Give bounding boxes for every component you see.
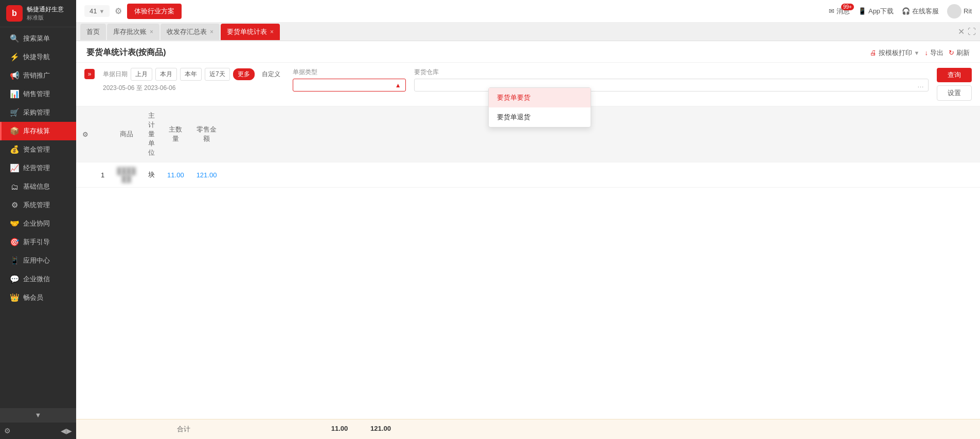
col-extra bbox=[223, 106, 980, 162]
type-caret-icon[interactable]: ▲ bbox=[395, 82, 401, 89]
more-date-btn[interactable]: 更多 bbox=[233, 68, 255, 80]
sidebar-item-label: 经营管理 bbox=[23, 163, 50, 173]
prev-month-btn[interactable]: 上月 bbox=[131, 68, 152, 81]
print-chevron-icon: ▼ bbox=[914, 50, 920, 56]
sidebar-item-purchase[interactable]: 🛒 采购管理 bbox=[0, 103, 76, 122]
online-service-label: 在线客服 bbox=[912, 7, 939, 16]
row-no: 1 bbox=[95, 162, 111, 188]
refresh-button[interactable]: ↻ 刷新 bbox=[949, 48, 970, 58]
sidebar-item-apps[interactable]: 📱 应用中心 bbox=[0, 251, 76, 270]
export-button[interactable]: ↓ 导出 bbox=[925, 48, 944, 58]
print-label: 按模板打印 bbox=[879, 48, 912, 58]
online-service-btn[interactable]: 🎧 在线客服 bbox=[902, 7, 939, 16]
messages-badge: 99+ bbox=[841, 4, 854, 10]
sidebar-item-label: 搜索菜单 bbox=[23, 34, 50, 43]
box-icon: 📦 bbox=[10, 126, 19, 136]
dropdown-item-return[interactable]: 要货单退货 bbox=[489, 107, 591, 127]
sidebar-item-system[interactable]: ⚙ 系统管理 bbox=[0, 196, 76, 214]
export-label: 导出 bbox=[930, 48, 943, 58]
sidebar-item-label: 快捷导航 bbox=[23, 52, 50, 62]
topbar-settings-icon[interactable]: ⚙ bbox=[115, 6, 122, 16]
sidebar-scroll-down[interactable]: ▼ bbox=[0, 408, 76, 422]
app-download-btn[interactable]: 📱 App下载 bbox=[858, 7, 894, 16]
phone-icon: 📱 bbox=[10, 256, 19, 265]
footer-total-label: 合计 bbox=[171, 425, 197, 433]
sidebar-item-quick-nav[interactable]: ⚡ 快捷导航 bbox=[0, 48, 76, 66]
chat-icon: 💬 bbox=[10, 275, 19, 284]
sidebar-item-search[interactable]: 🔍 搜索菜单 bbox=[0, 29, 76, 48]
target-icon: 🎯 bbox=[10, 237, 19, 247]
table-footer: 合计 11.00 121.00 bbox=[76, 419, 980, 439]
expand-tabs-btn[interactable]: ⛶ bbox=[968, 27, 976, 36]
column-settings-icon[interactable]: ⚙ bbox=[82, 131, 88, 138]
tab-home-label: 首页 bbox=[86, 27, 100, 36]
custom-date-btn[interactable]: 自定义 bbox=[258, 68, 284, 80]
row-qty: 11.00 bbox=[161, 162, 190, 188]
tab-batch-label: 库存批次账 bbox=[113, 27, 147, 36]
tab-batch[interactable]: 库存批次账 × bbox=[107, 24, 159, 40]
type-input[interactable]: ▲ bbox=[293, 79, 406, 92]
year-btn[interactable]: 本年 bbox=[180, 68, 202, 81]
export-icon: ↓ bbox=[925, 49, 929, 57]
settings-bottom-icon[interactable]: ⚙ bbox=[4, 427, 11, 435]
warehouse-more-icon[interactable]: … bbox=[917, 81, 924, 89]
page-header: 要货单统计表(按商品) 🖨 按模板打印 ▼ ↓ 导出 ↻ 刷新 bbox=[76, 41, 980, 63]
close-all-tabs-btn[interactable]: ✕ bbox=[958, 27, 965, 36]
sidebar-item-collab[interactable]: 🤝 企业协同 bbox=[0, 214, 76, 233]
row-unit: 块 bbox=[142, 162, 161, 188]
dropdown-item-label: 要货单退货 bbox=[497, 113, 530, 121]
sidebar-item-basic[interactable]: 🗂 基础信息 bbox=[0, 177, 76, 196]
print-icon: 🖨 bbox=[870, 49, 877, 57]
sidebar-item-finance[interactable]: 💰 资金管理 bbox=[0, 140, 76, 159]
tab-requisition[interactable]: 要货单统计表 × bbox=[221, 24, 280, 40]
trend-icon: 📈 bbox=[10, 163, 19, 173]
sidebar-item-inventory[interactable]: 📦 库存核算 bbox=[0, 122, 76, 140]
main-content: 41 ▼ ⚙ 体验行业方案 ✉ 消息 99+ 📱 App下载 🎧 在线客服 R bbox=[76, 0, 980, 439]
tab-receive-close[interactable]: × bbox=[210, 28, 213, 35]
user-avatar[interactable]: Rit bbox=[947, 4, 972, 19]
sidebar-item-label: 库存核算 bbox=[23, 126, 50, 136]
tab-batch-close[interactable]: × bbox=[150, 28, 153, 35]
tab-home[interactable]: 首页 bbox=[80, 24, 106, 40]
company-selector[interactable]: 41 ▼ bbox=[84, 5, 110, 17]
sidebar-item-guide[interactable]: 🎯 新手引导 bbox=[0, 233, 76, 251]
megaphone-icon: 📢 bbox=[10, 71, 19, 80]
trial-button[interactable]: 体验行业方案 bbox=[127, 4, 182, 19]
row-qty-link[interactable]: 11.00 bbox=[167, 171, 184, 179]
sidebar-item-member[interactable]: 👑 畅会员 bbox=[0, 288, 76, 307]
dropdown-item-requisition[interactable]: 要货单要货 bbox=[489, 88, 591, 107]
filter-bar: » 单据日期 上月 本月 本年 近7天 更多 自定义 2023-05-06 至 … bbox=[76, 63, 980, 106]
user-name: Rit bbox=[964, 7, 972, 15]
cur-month-btn[interactable]: 本月 bbox=[155, 68, 177, 81]
collapse-sidebar-btn[interactable]: ◀▶ bbox=[61, 427, 72, 435]
cart-icon: 🛒 bbox=[10, 108, 19, 117]
sidebar-item-wechat[interactable]: 💬 企业微信 bbox=[0, 270, 76, 288]
chevron-down-icon: ▼ bbox=[99, 8, 104, 14]
crown-icon: 👑 bbox=[10, 293, 19, 302]
logo-icon: b bbox=[6, 5, 23, 22]
week-btn[interactable]: 近7天 bbox=[205, 68, 230, 81]
sidebar-bottom: ⚙ ◀▶ bbox=[0, 422, 76, 439]
filter-expand-btn[interactable]: » bbox=[84, 69, 95, 79]
folder-icon: 🗂 bbox=[10, 182, 19, 191]
sidebar-item-marketing[interactable]: 📢 营销推广 bbox=[0, 66, 76, 85]
sidebar-item-sales[interactable]: 📊 销售管理 bbox=[0, 85, 76, 103]
query-button[interactable]: 查询 bbox=[937, 68, 972, 82]
footer-qty: 11.00 bbox=[319, 425, 360, 434]
company-selector-text: 41 bbox=[90, 7, 97, 15]
tab-receive[interactable]: 收发存汇总表 × bbox=[161, 24, 220, 40]
messages-btn[interactable]: ✉ 消息 99+ bbox=[829, 7, 850, 16]
type-input-field[interactable] bbox=[297, 81, 395, 89]
col-goods: 商品 bbox=[111, 106, 142, 162]
page-title: 要货单统计表(按商品) bbox=[86, 47, 166, 58]
settings-button[interactable]: 设置 bbox=[937, 85, 972, 101]
sidebar-item-label: 企业协同 bbox=[23, 219, 50, 228]
type-filter-group: 单据类型 ▲ 要货单要货 要货单退货 bbox=[293, 68, 406, 92]
row-amount-link[interactable]: 121.00 bbox=[197, 171, 217, 179]
col-settings[interactable]: ⚙ bbox=[76, 106, 95, 162]
col-qty: 主数量 bbox=[161, 106, 190, 162]
print-button[interactable]: 🖨 按模板打印 ▼ bbox=[870, 48, 920, 58]
sidebar-item-operation[interactable]: 📈 经营管理 bbox=[0, 159, 76, 177]
tab-requisition-close[interactable]: × bbox=[270, 28, 274, 35]
col-amount: 零售金额 bbox=[190, 106, 223, 162]
